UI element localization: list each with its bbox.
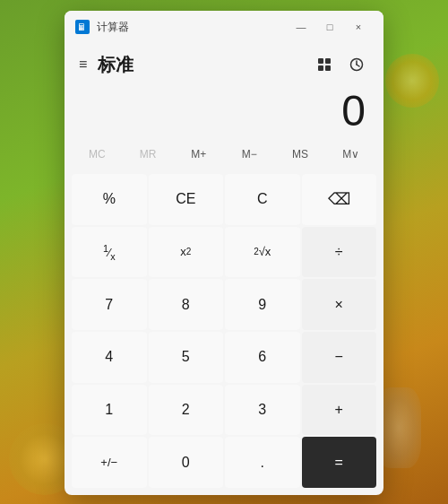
window-title: 计算器 [97, 20, 287, 35]
calc-button-11[interactable]: × [302, 279, 377, 330]
calc-button-3[interactable]: ⌫ [302, 174, 377, 225]
memory-button-m[interactable]: M− [224, 140, 275, 169]
calc-button-9[interactable]: 9 [225, 279, 300, 330]
memory-button-ms[interactable]: MS [275, 140, 326, 169]
calc-button-8[interactable]: 8 [149, 279, 224, 330]
calc-button-4[interactable]: 4 [72, 332, 147, 383]
calc-button-ce[interactable]: CE [149, 174, 224, 225]
memory-row: MCMRM+M−MSM∨ [65, 136, 383, 172]
minimize-button[interactable]: — [287, 14, 315, 39]
calc-button-0[interactable]: 0 [149, 437, 224, 488]
calc-button-7[interactable]: 7 [72, 279, 147, 330]
calc-button-15[interactable]: − [302, 332, 377, 383]
calc-button-0[interactable]: % [72, 174, 147, 225]
memory-button-m[interactable]: M∨ [325, 140, 376, 169]
svg-rect-5 [325, 65, 331, 71]
svg-text:🖩: 🖩 [77, 22, 86, 32]
calc-button-23[interactable]: = [302, 437, 377, 488]
calc-button-x[interactable]: x2 [149, 227, 224, 278]
calc-button-6[interactable]: 6 [225, 332, 300, 383]
display-area: 0 [65, 83, 383, 136]
calc-button-4[interactable]: 1⁄x [72, 227, 147, 278]
calc-button-22[interactable]: . [225, 437, 300, 488]
display-value: 0 [341, 90, 366, 133]
window-controls: — □ × [287, 14, 373, 39]
calc-button-5[interactable]: 5 [149, 332, 224, 383]
calc-button-x[interactable]: 2√x [225, 227, 300, 278]
calc-button-2[interactable]: 2 [149, 385, 224, 436]
memory-button-mc[interactable]: MC [72, 140, 123, 169]
mode-icon[interactable] [312, 52, 337, 77]
calculator-window: 🖩 计算器 — □ × ≡ 标准 [65, 11, 383, 495]
app-icon: 🖩 [75, 20, 90, 34]
button-grid: %CEC⌫1⁄xx22√x÷789×456−123++/−0.= [65, 172, 383, 495]
history-icon[interactable] [344, 52, 369, 77]
svg-rect-2 [318, 58, 323, 64]
calc-button-+[interactable]: + [302, 385, 377, 436]
svg-rect-3 [325, 58, 331, 64]
app-header: ≡ 标准 [65, 43, 383, 83]
calc-button-1[interactable]: 1 [72, 385, 147, 436]
svg-rect-4 [318, 65, 323, 71]
close-button[interactable]: × [344, 14, 373, 39]
maximize-button[interactable]: □ [315, 14, 344, 39]
header-icons [312, 52, 369, 77]
calc-button-7[interactable]: ÷ [302, 227, 377, 278]
calc-button-+[interactable]: +/− [72, 437, 147, 488]
calc-button-c[interactable]: C [225, 174, 300, 225]
title-bar: 🖩 计算器 — □ × [65, 11, 383, 43]
mode-title: 标准 [98, 53, 312, 77]
calc-button-3[interactable]: 3 [225, 385, 300, 436]
hamburger-icon[interactable]: ≡ [79, 56, 87, 73]
svg-line-8 [357, 65, 359, 66]
memory-button-m[interactable]: M+ [173, 140, 224, 169]
memory-button-mr[interactable]: MR [123, 140, 174, 169]
